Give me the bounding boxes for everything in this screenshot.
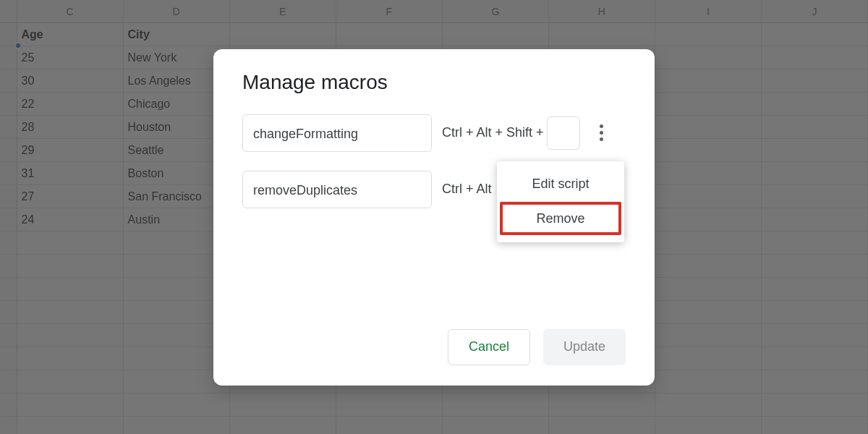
modal-overlay: Manage macros changeFormatting Ctrl + Al…: [0, 0, 868, 434]
shortcut-label: Ctrl + Alt: [442, 182, 492, 197]
update-button[interactable]: Update: [543, 329, 626, 365]
menu-item-edit-script[interactable]: Edit script: [497, 167, 624, 200]
dialog-actions: Cancel Update: [448, 329, 626, 365]
cancel-button[interactable]: Cancel: [448, 329, 530, 365]
menu-item-remove[interactable]: Remove: [500, 202, 621, 235]
shortcut-key-input[interactable]: [547, 116, 580, 150]
manage-macros-dialog: Manage macros changeFormatting Ctrl + Al…: [213, 49, 655, 386]
more-options-button[interactable]: [590, 122, 613, 145]
dots-icon: [600, 124, 603, 128]
macro-name-input[interactable]: removeDuplicates: [242, 171, 432, 208]
shortcut-label: Ctrl + Alt + Shift +: [442, 125, 544, 140]
dots-icon: [600, 131, 603, 135]
dialog-title: Manage macros: [242, 71, 626, 94]
macro-name-input[interactable]: changeFormatting: [242, 114, 432, 152]
macro-row: changeFormatting Ctrl + Alt + Shift +: [242, 114, 626, 152]
macro-context-menu: Edit script Remove: [497, 161, 624, 242]
dots-icon: [600, 137, 603, 141]
